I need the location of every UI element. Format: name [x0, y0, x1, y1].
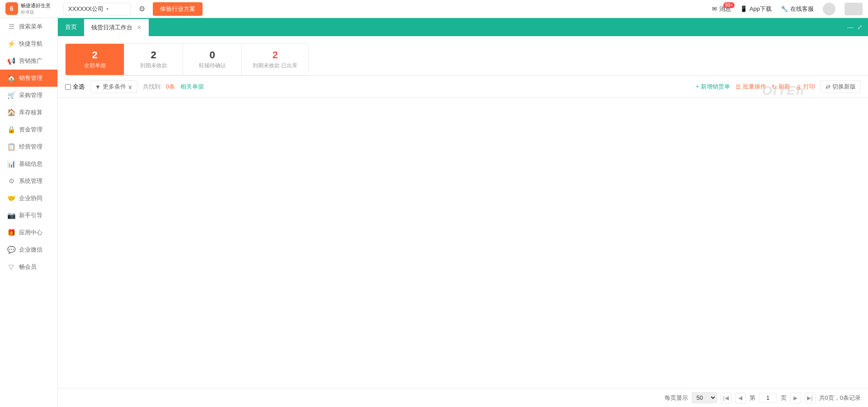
logo-sub: 标准版 — [21, 9, 51, 15]
avatar[interactable] — [823, 3, 835, 15]
sidebar-label-marketing: 营销推广 — [19, 57, 42, 65]
tab-minimize-icon[interactable]: — — [847, 23, 854, 31]
company-selector[interactable]: XXXXXX公司 ▾ — [63, 3, 131, 15]
beginner-icon: 📷 — [7, 211, 15, 220]
print-button[interactable]: 🖨 打印 — [796, 83, 815, 91]
per-page-select[interactable]: 50 100 200 — [692, 392, 717, 403]
select-all-input[interactable] — [65, 84, 71, 90]
logo-area: 6 畅捷通好生意 标准版 — [5, 2, 63, 15]
sidebar-item-inventory[interactable]: 🏠 库存核算 — [0, 104, 57, 121]
tab-home[interactable]: 首页 — [58, 18, 84, 36]
service-icon: 🔧 — [781, 5, 788, 12]
result-count: 0条 — [166, 83, 175, 91]
finance-icon: 🔒 — [7, 126, 15, 134]
stats-cards: 2 全部单据 2 到期未收款 0 旺辅待确认 2 到期未收款 已出库 — [65, 43, 309, 75]
sidebar-item-sales[interactable]: 🏠 销售管理 — [0, 70, 57, 87]
app-icon: 📱 — [740, 5, 747, 12]
purchase-icon: 🛒 — [7, 91, 15, 99]
stat-card-wangwang[interactable]: 0 旺辅待确认 — [183, 44, 242, 75]
last-page-button[interactable]: ▶| — [805, 393, 816, 403]
stat-label-overdue-unshipped: 到期未收款 已出库 — [253, 62, 297, 70]
stat-card-overdue-unshipped[interactable]: 2 到期未收款 已出库 — [242, 44, 308, 75]
toolbar-right: + 新增销货单 ☰ 批量操作 ↻ 刷新 🖨 打印 ⇄ — [696, 80, 861, 93]
sidebar-label-quick-nav: 快捷导航 — [19, 40, 42, 48]
batch-operation-button[interactable]: ☰ 批量操作 — [736, 83, 766, 91]
tab-bar: 首页 钱货日清工作台 ✕ — ⤢ — [58, 18, 868, 36]
trial-button[interactable]: 体验行业方案 — [153, 2, 203, 16]
logo-text: 畅捷通好生意 — [21, 2, 51, 9]
sidebar-item-beginner[interactable]: 📷 新手引导 — [0, 207, 57, 224]
sidebar-item-quick-nav[interactable]: ⚡ 快捷导航 — [0, 35, 57, 52]
online-service-button[interactable]: 🔧 在线客服 — [781, 5, 814, 13]
print-icon: 🖨 — [796, 84, 802, 90]
sidebar: ☰ 搜索菜单 ⚡ 快捷导航 📢 营销推广 🏠 销售管理 🛒 采购管理 🏠 库存核… — [0, 18, 58, 407]
online-service-label: 在线客服 — [790, 5, 814, 13]
stat-number-overdue-unshipped: 2 — [253, 49, 297, 61]
sidebar-label-purchase: 采购管理 — [19, 91, 42, 99]
select-all-checkbox[interactable]: 全选 — [65, 83, 85, 91]
sidebar-item-enterprise-coop[interactable]: 🤝 企业协同 — [0, 190, 57, 207]
sidebar-item-member[interactable]: ▽ 畅会员 — [0, 258, 57, 276]
sidebar-label-system: 系统管理 — [19, 177, 42, 185]
stat-card-overdue-unpaid[interactable]: 2 到期未收款 — [124, 44, 183, 75]
marketing-icon: 📢 — [7, 57, 15, 65]
app-download-button[interactable]: 📱 App下载 — [740, 5, 772, 13]
search-menu-icon: ☰ — [7, 23, 15, 31]
sidebar-item-system[interactable]: ⚙ 系统管理 — [0, 173, 57, 190]
more-filters-label: 更多条件 — [103, 83, 126, 91]
filter-icon: ▼ — [95, 84, 101, 90]
more-filters-button[interactable]: ▼ 更多条件 ∨ — [90, 80, 137, 93]
sidebar-item-basic-info[interactable]: 📊 基础信息 — [0, 155, 57, 173]
content-area: 首页 钱货日清工作台 ✕ — ⤢ 2 全部单据 — [58, 18, 868, 407]
top-header: 6 畅捷通好生意 标准版 XXXXXX公司 ▾ ⚙ 体验行业方案 ✉ 消息 99… — [0, 0, 868, 18]
stat-card-all[interactable]: 2 全部单据 — [66, 44, 124, 75]
toolbar: 全选 ▼ 更多条件 ∨ 共找到 0条 相关单据 + 新增销货单 ☰ 批量操作 — [58, 76, 868, 98]
related-orders-link[interactable]: 相关单据 — [180, 83, 204, 91]
refresh-button[interactable]: ↻ 刷新 — [772, 83, 790, 91]
sidebar-item-operations[interactable]: 📋 经营管理 — [0, 138, 57, 155]
tab-close-icon[interactable]: ✕ — [137, 24, 142, 31]
sales-icon: 🏠 — [7, 74, 15, 82]
header-middle: ⚙ 体验行业方案 — [136, 2, 203, 16]
per-page-label: 每页显示 — [665, 394, 688, 402]
header-right: ✉ 消息 99+ 📱 App下载 🔧 在线客服 — [712, 3, 863, 15]
operations-icon: 📋 — [7, 143, 15, 151]
sidebar-item-finance[interactable]: 🔒 资金管理 — [0, 121, 57, 138]
refresh-icon: ↻ — [772, 84, 777, 90]
pagination-bar: 每页显示 50 100 200 |◀ ◀ 第 1 页 ▶ ▶| 共0页，0条记录 — [58, 388, 868, 407]
company-name: XXXXXX公司 — [68, 5, 104, 13]
stat-label-overdue-unpaid: 到期未收款 — [135, 62, 172, 70]
add-sales-order-button[interactable]: + 新增销货单 — [696, 83, 730, 91]
basic-info-icon: 📊 — [7, 160, 15, 168]
wechat-icon: 💬 — [7, 246, 15, 254]
app-download-label: App下载 — [750, 5, 772, 13]
tab-workbench[interactable]: 钱货日清工作台 ✕ — [84, 18, 149, 36]
refresh-label: 刷新 — [778, 83, 790, 91]
tab-expand-icon[interactable]: ⤢ — [857, 23, 863, 31]
sidebar-item-purchase[interactable]: 🛒 采购管理 — [0, 87, 57, 104]
table-area — [58, 98, 868, 388]
sidebar-label-finance: 资金管理 — [19, 126, 42, 134]
user-name[interactable] — [844, 3, 863, 15]
settings-button[interactable]: ⚙ — [136, 3, 148, 15]
sidebar-item-search-menu[interactable]: ☰ 搜索菜单 — [0, 18, 57, 35]
sidebar-item-wechat[interactable]: 💬 企业微信 — [0, 241, 57, 258]
batch-label: 批量操作 — [743, 83, 766, 91]
batch-icon: ☰ — [736, 84, 741, 90]
first-page-button[interactable]: |◀ — [721, 393, 731, 403]
inventory-icon: 🏠 — [7, 108, 15, 117]
page-input[interactable]: 1 — [759, 393, 777, 402]
prev-page-button[interactable]: ◀ — [735, 393, 746, 403]
enterprise-coop-icon: 🤝 — [7, 194, 15, 202]
next-page-button[interactable]: ▶ — [790, 393, 801, 403]
stat-number-all: 2 — [76, 49, 113, 61]
result-prefix: 共找到 — [143, 83, 160, 91]
select-all-label: 全选 — [73, 83, 85, 91]
sidebar-item-app-center[interactable]: 🎁 应用中心 — [0, 224, 57, 241]
message-button[interactable]: ✉ 消息 99+ — [712, 5, 731, 13]
sidebar-item-marketing[interactable]: 📢 营销推广 — [0, 52, 57, 70]
sidebar-label-inventory: 库存核算 — [19, 108, 42, 117]
stat-number-overdue-unpaid: 2 — [135, 49, 172, 61]
app-center-icon: 🎁 — [7, 229, 15, 237]
switch-version-button[interactable]: ⇄ 切换新版 — [821, 80, 861, 93]
